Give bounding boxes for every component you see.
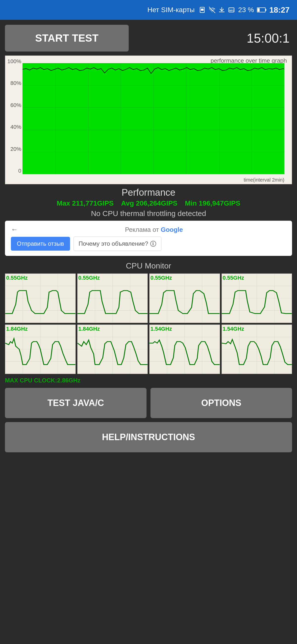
cpu-core-1-freq: 0.55GHz (6, 275, 28, 281)
battery-icon (257, 7, 266, 13)
sim-icon (199, 7, 205, 13)
ad-back-button[interactable]: ← (11, 226, 18, 234)
y-label-60: 60% (5, 102, 21, 108)
why-ad-label: Почему это объявление? (79, 240, 148, 247)
no-throttle-text: No CPU thermal throttling detected (5, 209, 292, 218)
graph-y-labels: 100% 80% 60% 40% 20% 0 (5, 56, 22, 176)
cpu-core-6-freq: 1.84GHz (78, 326, 100, 332)
cpu-core-2-freq: 0.55GHz (78, 275, 100, 281)
info-icon: ℹ (150, 241, 156, 247)
svg-rect-5 (265, 9, 266, 11)
main-content: START TEST 15:00:1 performance over time… (0, 20, 297, 462)
help-instructions-button[interactable]: HELP/INSTRUCTIONS (5, 422, 292, 452)
performance-graph: performance over time graph 100% 80% 60%… (5, 56, 292, 184)
start-test-button[interactable]: START TEST (5, 25, 129, 52)
why-ad-button[interactable]: Почему это объявление? ℹ (73, 236, 161, 251)
sim-status: Нет SIM-карты (147, 6, 195, 14)
cpu-core-6: 1.84GHz (77, 324, 148, 374)
svg-text:NFC: NFC (230, 9, 234, 12)
cpu-monitor-section: CPU Monitor 0.55GHz 0.55GHz (5, 259, 292, 462)
cpu-core-2: 0.55GHz (77, 274, 148, 323)
cpu-core-7: 1.54GHz (149, 324, 220, 374)
svg-rect-1 (201, 9, 204, 11)
y-label-40: 40% (5, 124, 21, 130)
performance-svg-line (22, 63, 284, 174)
cpu-core-4-freq: 0.55GHz (223, 275, 244, 281)
status-icons: NFC 23 % 18:27 (199, 6, 290, 14)
cpu-core-8-freq: 1.54GHz (223, 326, 244, 332)
timer-display: 15:00:1 (247, 31, 292, 46)
bottom-buttons: TEST JAVA/C OPTIONS (5, 388, 292, 418)
battery-percentage: 23 % (238, 6, 254, 14)
nfc-icon: NFC (228, 7, 235, 13)
ad-bottom-row: Отправить отзыв Почему это объявление? ℹ (11, 236, 286, 251)
y-label-80: 80% (5, 80, 21, 86)
performance-stats: Max 211,771GIPS Avg 206,264GIPS Min 196,… (5, 200, 292, 207)
cpu-monitor-title: CPU Monitor (5, 261, 292, 270)
ad-from-label: Реклама от (125, 226, 159, 233)
cpu-core-4: 0.55GHz (222, 274, 292, 323)
status-bar: Нет SIM-карты NFC 23 % 18:27 (0, 0, 297, 20)
send-review-button[interactable]: Отправить отзыв (11, 237, 70, 251)
system-time: 18:27 (269, 6, 290, 14)
download-icon (219, 7, 225, 13)
ad-from-text: Реклама от Google (22, 226, 286, 234)
max-stat: Max 211,771GIPS (57, 200, 114, 207)
top-row: START TEST 15:00:1 (5, 25, 292, 52)
cpu-core-8: 1.54GHz (222, 324, 292, 374)
y-label-20: 20% (5, 146, 21, 152)
ad-banner: ← Реклама от Google Отправить отзыв Поче… (5, 221, 292, 256)
cpu-core-7-freq: 1.54GHz (150, 326, 172, 332)
y-label-100: 100% (5, 58, 21, 65)
ad-top-row: ← Реклама от Google (11, 226, 286, 234)
min-stat: Min 196,947GIPS (185, 200, 240, 207)
performance-title: Performance (5, 187, 292, 198)
cpu-core-5: 1.84GHz (5, 324, 76, 374)
cpu-core-1: 0.55GHz (5, 274, 76, 323)
performance-section: Performance Max 211,771GIPS Avg 206,264G… (5, 187, 292, 218)
cpu-grid: 0.55GHz 0.55GHz (5, 274, 292, 374)
options-button[interactable]: OPTIONS (150, 388, 292, 418)
cpu-core-3: 0.55GHz (149, 274, 220, 323)
y-label-0: 0 (5, 168, 21, 174)
wifi-icon (208, 7, 216, 13)
svg-rect-6 (257, 8, 260, 12)
cpu-core-5-freq: 1.84GHz (6, 326, 28, 332)
google-label: Google (161, 226, 183, 233)
graph-area (22, 63, 284, 174)
graph-x-label: time(interval 2min) (244, 177, 284, 183)
test-java-button[interactable]: TEST JAVA/C (5, 388, 147, 418)
max-clock-label: MAX CPU CLOCK:2.86GHz (5, 376, 292, 385)
avg-stat: Avg 206,264GIPS (121, 200, 177, 207)
cpu-core-3-freq: 0.55GHz (150, 275, 172, 281)
